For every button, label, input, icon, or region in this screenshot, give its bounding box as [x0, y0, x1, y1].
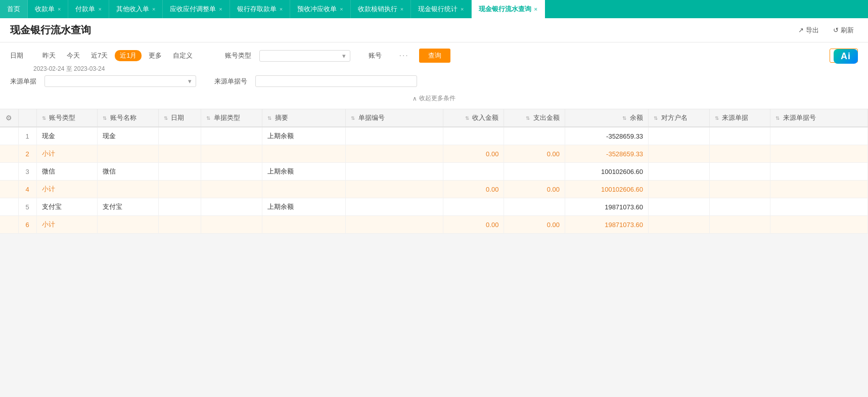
- td-source-doc: [709, 145, 770, 163]
- nav-item-bank-flow[interactable]: 现金银行流水查询 ×: [472, 0, 545, 18]
- td-source-doc-no: [770, 181, 868, 198]
- nav-item-home[interactable]: 首页: [0, 0, 28, 18]
- table-row: 1现金现金上期余额-3528659.33: [0, 127, 868, 145]
- nav-label-adjustment: 应收应付调整单: [170, 5, 216, 14]
- th-doc-no[interactable]: ⇅ 单据编号: [346, 109, 443, 127]
- nav-label-bank-stats: 现金银行统计: [418, 5, 458, 14]
- td-summary: [262, 216, 346, 234]
- close-icon-receipt[interactable]: ×: [58, 6, 61, 12]
- close-icon-other-income[interactable]: ×: [152, 6, 155, 12]
- export-label: 导出: [806, 26, 819, 35]
- td-doc-no: [346, 145, 443, 163]
- th-income[interactable]: ⇅ 收入金额: [443, 109, 504, 127]
- collapse-bar[interactable]: ∧ 收起更多条件: [10, 94, 858, 103]
- nav-item-bank-deposit[interactable]: 银行存取款单 ×: [230, 0, 290, 18]
- sort-arrows-counterparty: ⇅: [654, 115, 658, 121]
- td-account-type: 支付宝: [36, 198, 98, 216]
- td-income: 0.00: [443, 216, 504, 234]
- nav-item-other-income[interactable]: 其他收入单 ×: [109, 0, 163, 18]
- td-gear: [0, 145, 18, 163]
- account-type-select[interactable]: ▾: [259, 50, 350, 62]
- close-icon-bank-flow[interactable]: ×: [534, 6, 537, 12]
- refresh-button[interactable]: ↺ 刷新: [829, 24, 858, 37]
- sort-arrows-doc-type: ⇅: [206, 115, 210, 121]
- gear-icon[interactable]: ⚙: [6, 114, 12, 122]
- nav-label-receipt: 收款单: [35, 5, 55, 14]
- td-doc-no: [346, 127, 443, 145]
- date-range-display: 2023-02-24 至 2023-03-24: [33, 65, 105, 72]
- td-gear: [0, 127, 18, 145]
- td-doc-type: [201, 163, 262, 181]
- th-summary[interactable]: ⇅ 摘要: [262, 109, 346, 127]
- close-icon-bank-stats[interactable]: ×: [461, 6, 464, 12]
- th-doc-type[interactable]: ⇅ 单据类型: [201, 109, 262, 127]
- date-opt-yesterday[interactable]: 昨天: [38, 50, 60, 61]
- th-source-doc-no[interactable]: ⇅ 来源单据号: [770, 109, 868, 127]
- td-doc-type: [201, 127, 262, 145]
- nav-item-receipt[interactable]: 收款单 ×: [28, 0, 68, 18]
- page-header: 现金银行流水查询 ↗ 导出 ↺ 刷新: [0, 18, 868, 42]
- nav-item-payment[interactable]: 付款单 ×: [68, 0, 109, 18]
- td-gear: [0, 216, 18, 234]
- th-account-type[interactable]: ⇅ 账号类型: [36, 109, 98, 127]
- more-dots-icon[interactable]: ···: [397, 51, 410, 60]
- th-counterparty[interactable]: ⇅ 对方户名: [649, 109, 710, 127]
- close-icon-bank-deposit[interactable]: ×: [280, 6, 283, 12]
- th-gear: ⚙: [0, 109, 18, 127]
- table-row: 4小计0.000.00100102606.60: [0, 181, 868, 198]
- source-doc-no-input[interactable]: [255, 75, 417, 87]
- nav-label-payment: 付款单: [75, 5, 95, 14]
- td-balance: 19871073.60: [565, 216, 648, 234]
- nav-label-bank-flow: 现金银行流水查询: [479, 5, 531, 14]
- date-opt-custom[interactable]: 自定义: [169, 50, 197, 61]
- table-row: 5支付宝支付宝上期余额19871073.60: [0, 198, 868, 216]
- nav-item-adjustment[interactable]: 应收应付调整单 ×: [163, 0, 230, 18]
- close-icon-adjustment[interactable]: ×: [219, 6, 222, 12]
- th-balance[interactable]: ⇅ 余额: [565, 109, 648, 127]
- th-date[interactable]: ⇅ 日期: [158, 109, 201, 127]
- th-account-name[interactable]: ⇅ 账号名称: [98, 109, 159, 127]
- table-body: 1现金现金上期余额-3528659.332小计0.000.00-3528659.…: [0, 127, 868, 234]
- td-counterparty: [649, 145, 710, 163]
- td-doc-no: [346, 181, 443, 198]
- td-account-name: [98, 181, 159, 198]
- close-icon-collection[interactable]: ×: [400, 6, 403, 12]
- td-source-doc-no: [770, 216, 868, 234]
- source-doc-no-label: 来源单据号: [214, 77, 247, 86]
- td-income: 0.00: [443, 181, 504, 198]
- nav-item-collection[interactable]: 收款核销执行 ×: [351, 0, 411, 18]
- chevron-down-icon: ▾: [342, 52, 346, 60]
- th-source-doc[interactable]: ⇅ 来源单据: [709, 109, 770, 127]
- td-income: [443, 127, 504, 145]
- td-counterparty: [649, 216, 710, 234]
- td-income: [443, 163, 504, 181]
- nav-item-bank-stats[interactable]: 现金银行统计 ×: [411, 0, 471, 18]
- date-opt-7days[interactable]: 近7天: [87, 50, 112, 61]
- export-button[interactable]: ↗ 导出: [794, 24, 823, 37]
- header-actions: ↗ 导出 ↺ 刷新: [794, 24, 858, 37]
- date-opt-more[interactable]: 更多: [145, 50, 166, 61]
- td-account-name: 微信: [98, 163, 159, 181]
- collapse-label: 收起更多条件: [419, 94, 455, 103]
- close-icon-payment[interactable]: ×: [98, 6, 101, 12]
- date-opt-1month[interactable]: 近1月: [115, 50, 142, 61]
- td-summary: [262, 145, 346, 163]
- nav-label-home: 首页: [7, 5, 20, 14]
- td-income: [443, 198, 504, 216]
- td-account-type: 小计: [36, 145, 98, 163]
- account-type-label: 账号类型: [225, 51, 251, 60]
- source-doc-select[interactable]: ▾: [44, 75, 196, 87]
- date-opt-today[interactable]: 今天: [63, 50, 84, 61]
- td-source-doc: [709, 127, 770, 145]
- td-expense: 0.00: [504, 145, 565, 163]
- th-expense[interactable]: ⇅ 支出金额: [504, 109, 565, 127]
- td-gear: [0, 181, 18, 198]
- td-gear: [0, 198, 18, 216]
- nav-item-prepaid[interactable]: 预收冲应收单 ×: [290, 0, 350, 18]
- close-icon-prepaid[interactable]: ×: [340, 6, 343, 12]
- td-source-doc-no: [770, 145, 868, 163]
- td-account-type: 微信: [36, 163, 98, 181]
- query-button[interactable]: 查询: [419, 49, 450, 63]
- chevron-down-icon-2: ▾: [188, 77, 192, 85]
- ai-badge[interactable]: Ai: [834, 49, 858, 64]
